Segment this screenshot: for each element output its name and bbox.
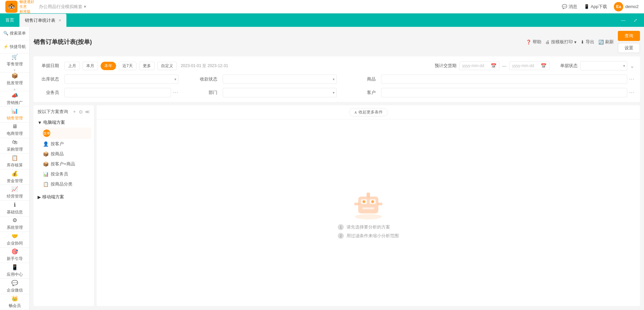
tree-parent-computer[interactable]: ▼ 电脑端方案	[36, 117, 91, 127]
goods-input-area: ···	[381, 74, 635, 84]
sidebar-item-marketing[interactable]: 📣 营销推广	[0, 91, 29, 107]
tree-item-by-salesperson[interactable]: 📊 按业务员	[40, 169, 91, 179]
sidebar-item-member[interactable]: 👑 畅会员	[0, 294, 29, 310]
sidebar-search[interactable]: 🔍 搜索菜单	[0, 27, 29, 40]
customer-tree-icon: 👤	[43, 141, 49, 147]
sidebar-item-finance[interactable]: 💰 资金管理	[0, 169, 29, 185]
date-btn-this-year[interactable]: 本年	[101, 62, 116, 70]
tree-item-by-goods[interactable]: 📦 按商品	[40, 149, 91, 159]
sidebar-item-wechat[interactable]: 💬 企业微信	[0, 279, 29, 295]
svg-rect-4	[362, 207, 374, 209]
sidebar-item-wholesale[interactable]: 📦 批发管理 ▲	[0, 72, 29, 91]
tree-item-by-order[interactable]: 按单	[40, 127, 91, 139]
export-icon: ⬇	[581, 40, 584, 45]
setting-button[interactable]: 设置	[618, 43, 640, 53]
settings-scheme-button[interactable]: ⊙	[79, 109, 83, 114]
tab-home[interactable]: 首页	[0, 13, 19, 27]
calendar-end-icon[interactable]: 📅	[541, 63, 546, 68]
tree-item-by-cust-goods[interactable]: 📦 按客户+商品	[40, 159, 91, 169]
svg-point-6	[371, 200, 374, 203]
collapse-bar[interactable]: ∧ 收起更多条件	[97, 105, 640, 119]
salesperson-label: 业务员	[39, 90, 59, 96]
sidebar-item-retail[interactable]: 🛒 零售管理 ▼	[0, 54, 29, 72]
collapse-panel-button[interactable]: ≪	[85, 109, 90, 114]
empty-tips: 1 请先选择要分析的方案 2 用过滤条件来缩小分析范围	[338, 224, 399, 239]
svg-point-0	[355, 214, 382, 219]
wholesale-icon: 📦	[11, 72, 18, 79]
refresh-icon: 🔄	[598, 40, 604, 45]
goods-label: 商品	[356, 76, 376, 82]
sidebar-item-system[interactable]: ⚙ 系统管理	[0, 216, 29, 232]
status-more-icon[interactable]: ⌄	[630, 63, 635, 69]
query-button[interactable]: 查询	[618, 31, 640, 41]
svg-rect-7	[367, 193, 370, 197]
empty-svg	[348, 187, 388, 220]
date-btn-more[interactable]: 更多	[139, 62, 155, 70]
template-print-button[interactable]: 🖨 按模板打印 ▾	[545, 39, 577, 45]
salesperson-input-area: ···	[64, 88, 178, 97]
empty-tip-2: 2 用过滤条件来缩小分析范围	[338, 233, 399, 239]
tree-item-by-customer[interactable]: 👤 按客户	[40, 139, 91, 149]
sidebar-item-newbie[interactable]: 🎯 新手引导	[0, 248, 29, 263]
collapse-more-button[interactable]: ∧ 收起更多条件	[349, 108, 388, 116]
appcenter-icon: 📱	[11, 264, 18, 270]
download-icon: 📱	[584, 4, 589, 9]
tree-expand-mobile-icon: ▶	[38, 195, 41, 200]
tree-parent-mobile[interactable]: ▶ 移动端方案	[36, 192, 91, 202]
sidebar-item-enterprise[interactable]: 🤝 企业协同	[0, 232, 29, 248]
expand-icon: ▼	[13, 68, 16, 72]
sidebar-quick-nav[interactable]: ⚡ 快捷导航	[0, 40, 29, 54]
sidebar-item-sales[interactable]: 📊 销售管理	[0, 107, 29, 122]
minimize-button[interactable]: —	[619, 15, 628, 25]
expected-date-start[interactable]: yyyy-mm-dd 📅	[459, 61, 499, 70]
goods-more-icon[interactable]: ···	[629, 76, 635, 82]
left-panel-actions: ＋ ⊙ ≪	[72, 109, 90, 115]
operation-icon: 📈	[11, 186, 18, 192]
salesperson-more-icon[interactable]: ···	[173, 90, 178, 96]
help-button[interactable]: ❓ 帮助	[526, 39, 541, 45]
main-layout: 🔍 搜索菜单 ⚡ 快捷导航 🛒 零售管理 ▼ 📦 批发管理 ▲ 📣 营销推广 📊…	[0, 27, 644, 310]
sidebar-item-basic[interactable]: ℹ 基础信息	[0, 201, 29, 216]
expected-date-end[interactable]: yyyy-mm-dd 📅	[509, 61, 549, 70]
empty-tip-1: 1 请先选择要分析的方案	[338, 224, 399, 230]
tree-expand-icon: ▼	[38, 120, 42, 125]
message-button[interactable]: 💬 消息	[562, 4, 577, 10]
date-btn-custom[interactable]: 自定义	[157, 62, 177, 70]
maximize-button[interactable]: ⤢	[631, 15, 640, 25]
tree-item-by-goods-cat[interactable]: 📋 按商品分类	[40, 179, 91, 189]
refresh-button[interactable]: 🔄 刷新	[598, 39, 614, 45]
sidebar-item-operation[interactable]: 📈 经营管理	[0, 185, 29, 201]
export-button[interactable]: ⬇ 导出	[581, 39, 594, 45]
user-area[interactable]: Ea demo2	[614, 2, 639, 11]
goods-input[interactable]	[381, 74, 627, 84]
sidebar-item-purchase[interactable]: 🛍 采购管理	[0, 138, 29, 154]
customer-input[interactable]	[381, 88, 627, 97]
date-btn-7days[interactable]: 近7天	[119, 62, 137, 70]
status-label: 单据状态	[560, 63, 578, 69]
date-btn-this-month[interactable]: 本月	[83, 62, 98, 70]
tab-sales-order-stats[interactable]: 销售订单统计表 ×	[19, 14, 66, 27]
close-tab-icon[interactable]: ×	[59, 18, 61, 23]
date-btn-last-month[interactable]: 上月	[64, 62, 80, 70]
nav-icon: ⚡	[3, 44, 8, 49]
sidebar-item-ecommerce[interactable]: 🖥 电商管理	[0, 122, 29, 138]
customer-more-icon[interactable]: ···	[629, 90, 635, 96]
shipment-select[interactable]	[64, 74, 178, 84]
ecommerce-icon: 🖥	[12, 123, 17, 130]
app-download-button[interactable]: 📱 App下载	[584, 4, 607, 10]
payment-select[interactable]	[223, 74, 337, 84]
expected-date-group: 预计交货期 yyyy-mm-dd 📅 — yyyy-mm-dd 📅	[435, 61, 549, 70]
department-label: 部门	[197, 90, 217, 96]
sidebar-item-inventory[interactable]: 📋 库存核算	[0, 154, 29, 169]
tip-num-1: 1	[338, 224, 344, 230]
salesperson-tree-icon: 📊	[43, 171, 49, 177]
status-select[interactable]	[580, 61, 627, 70]
calendar-start-icon[interactable]: 📅	[491, 63, 496, 68]
add-scheme-button[interactable]: ＋	[72, 109, 77, 115]
department-select[interactable]	[223, 88, 337, 97]
expected-date-label: 预计交货期	[435, 63, 457, 69]
svg-rect-9	[378, 203, 382, 205]
salesperson-input[interactable]	[64, 88, 171, 97]
sidebar-item-appcenter[interactable]: 📱 应用中心	[0, 263, 29, 279]
avatar: Ea	[614, 2, 623, 11]
